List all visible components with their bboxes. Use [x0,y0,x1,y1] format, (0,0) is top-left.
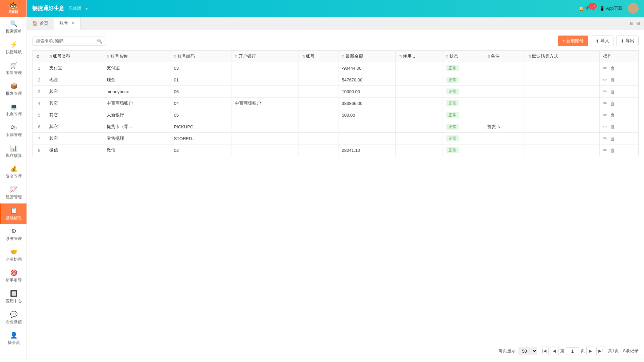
row-usage [395,86,442,98]
sidebar-item-label: 企业微信 [6,319,22,325]
last-page-button[interactable]: ▶| [596,347,605,355]
sidebar-item-operations[interactable]: 📈 经营管理 [0,183,26,203]
first-page-button[interactable]: |◀ [540,347,549,355]
row-balance [338,121,396,133]
app-download-button[interactable]: 📱 App下载 [599,5,623,11]
table-header-row: ⚙ ⇅账号类型 ⇅账号名称 ⇅账号编码 ⇅开户银行 ⇅账号 ⇅最新余额 ⇅使用.… [33,51,639,62]
row-actions: ✏ 🗑 [600,133,639,144]
row-code: 03 [170,62,231,74]
row-name: moneybosx [103,86,170,98]
table-row: 7 其它 零售抵现 STORED... 正常 ✏ 🗑 [33,133,639,144]
row-bank [231,86,299,98]
row-actions: ✏ 🗑 [600,74,639,86]
import-button[interactable]: ⬆ 导入 [591,36,613,46]
edit-icon[interactable]: ✏ [603,147,607,153]
row-status: 正常 [442,121,484,133]
page-size-select[interactable]: 50 100 200 [519,347,537,355]
delete-icon[interactable]: 🗑 [610,136,615,141]
row-bank [231,121,299,133]
row-account [299,109,338,121]
sidebar-item-cooperation[interactable]: 🤝 企业协同 [0,245,26,266]
delete-icon[interactable]: 🗑 [610,89,615,95]
tab-account-label: 账号 [59,20,68,26]
notification-button[interactable]: 🔔 消息 99+ [579,5,594,11]
maximize-icon[interactable]: ⊞ [636,21,640,26]
page-input[interactable] [566,347,579,355]
prev-page-button[interactable]: ◀ [550,347,559,355]
row-remark [484,98,525,109]
edit-icon[interactable]: ✏ [603,112,607,118]
tab-close-icon[interactable]: ✕ [71,21,75,25]
delete-icon[interactable]: 🗑 [610,77,615,83]
sidebar-item-system[interactable]: ⚙ 系统管理 [0,224,26,245]
row-type: 其它 [46,98,103,109]
gear-icon[interactable]: ⚙ [36,54,40,59]
th-account: ⇅账号 [299,51,338,62]
edit-icon[interactable]: ✏ [603,88,607,95]
sidebar-item-member[interactable]: 👤 畅会员 [0,328,26,349]
brand-subtitle: 乐账版 [68,5,82,11]
purchase-icon: 🛍 [11,124,17,131]
sidebar-item-label: 基础信息 [6,215,22,221]
tab-account[interactable]: 账号 ✕ [54,17,80,30]
sidebar-item-purchase[interactable]: 🛍 采购管理 [0,121,26,141]
row-type: 支付宝 [46,62,103,74]
search-input[interactable] [36,39,95,44]
home-icon: 🏠 [32,21,38,26]
edit-icon[interactable]: ✏ [603,100,607,106]
table-row: 1 支付宝 支付宝 03 -90444.00 正常 ✏ 🗑 [33,62,639,74]
table-row: 3 其它 moneybosx 06 10000.00 正常 ✏ 🗑 [33,86,639,98]
sidebar-item-finance[interactable]: 💰 资金管理 [0,162,26,183]
sort-icon: ⇅ [342,54,345,58]
row-settlement [525,109,599,121]
table-row: 4 其它 中百商场账户 04 中百商场账户 383866.00 正常 ✏ 🗑 [33,98,639,109]
delete-icon[interactable]: 🗑 [610,124,615,130]
sidebar-item-wholesale[interactable]: 📦 批发管理 [0,79,26,100]
total-label: 共1页，8条记录 [608,348,639,354]
next-page-button[interactable]: ▶ [586,347,595,355]
system-icon: ⚙ [11,228,16,235]
add-account-button[interactable]: + 新增账号 [558,36,588,46]
sidebar-item-inventory[interactable]: 📊 库存核算 [0,141,26,162]
sidebar-item-label: 搜索菜单 [6,28,22,34]
minimize-icon[interactable]: ⊟ [630,21,634,26]
toolbar-right: + 新增账号 ⬆ 导入 ⬇ 导出 [558,36,639,46]
delete-icon[interactable]: 🗑 [610,65,615,71]
th-settings[interactable]: ⚙ [33,51,46,62]
row-actions: ✏ 🗑 [600,144,639,156]
sidebar-item-wechat[interactable]: 💬 企业微信 [0,307,26,328]
sidebar-item-ecommerce[interactable]: 💻 电商管理 [0,100,26,121]
delete-icon[interactable]: 🗑 [610,147,615,153]
sort-icon: ⇅ [174,54,177,58]
sort-icon: ⇅ [399,54,402,58]
export-button[interactable]: ⬇ 导出 [616,36,639,46]
edit-icon[interactable]: ✏ [603,77,607,83]
sidebar-item-apps[interactable]: 🔲 应用中心 [0,287,26,307]
dropdown-arrow-icon[interactable]: ▾ [86,6,88,11]
toolbar: 🔍 + 新增账号 ⬆ 导入 ⬇ 导出 [32,36,639,46]
sidebar-item-shortcuts[interactable]: ⚡ 快捷导航 [0,38,26,58]
sidebar-item-search[interactable]: 🔍 搜索菜单 [0,17,26,38]
row-settlement [525,144,599,156]
sidebar-item-guide[interactable]: 🎯 新手引导 [0,266,26,287]
edit-icon[interactable]: ✏ [603,135,607,141]
sidebar-item-basic[interactable]: 📋 基础信息 [0,203,26,224]
sidebar-item-retail[interactable]: 🛒 零售管理 [0,58,26,79]
import-label: 导入 [600,38,609,44]
bell-icon: 🔔 [579,6,584,11]
edit-icon[interactable]: ✏ [603,124,607,130]
row-bank [231,62,299,74]
tab-home[interactable]: 🏠 首页 [27,17,54,30]
delete-icon[interactable]: 🗑 [610,112,615,118]
row-balance: -90444.00 [338,62,396,74]
shortcuts-icon: ⚡ [10,41,17,48]
row-bank [231,109,299,121]
row-num: 8 [33,144,46,156]
search-icon: 🔍 [97,39,102,44]
avatar[interactable] [628,3,639,14]
row-bank [231,144,299,156]
edit-icon[interactable]: ✏ [603,65,607,71]
sidebar-item-label: 快捷导航 [6,49,22,55]
th-type: ⇅账号类型 [46,51,103,62]
delete-icon[interactable]: 🗑 [610,101,615,106]
